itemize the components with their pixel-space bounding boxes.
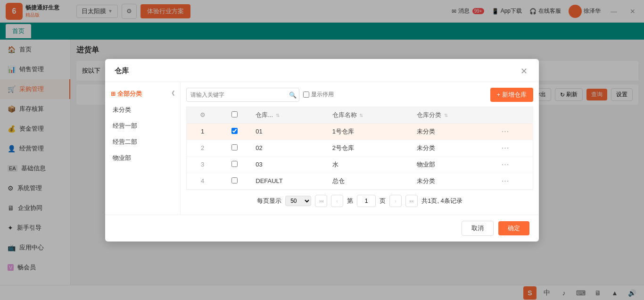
page-last-button[interactable]: ⏭	[405, 195, 418, 207]
table-header-checkbox	[218, 107, 251, 124]
row-more-button[interactable]: ···	[502, 127, 509, 135]
page-number-input[interactable]	[357, 195, 376, 207]
row-category-cell: 未分类	[412, 140, 496, 156]
modal-overlay: 仓库 ✕ ⊞ 全部分类 《 未分类 经营一部 经营二部 物业部	[0, 0, 644, 300]
row-select-checkbox[interactable]	[231, 177, 238, 183]
row-more-button[interactable]: ···	[502, 144, 509, 152]
warehouse-modal: 仓库 ✕ ⊞ 全部分类 《 未分类 经营一部 经营二部 物业部	[105, 59, 539, 242]
page-unit: 页	[380, 197, 386, 205]
show-disabled-label: 显示停用	[303, 91, 334, 99]
add-warehouse-button[interactable]: + 新增仓库	[490, 88, 533, 102]
row-name-cell: 总仓	[328, 173, 412, 189]
show-disabled-checkbox[interactable]	[303, 92, 309, 98]
pagination-summary: 共1页, 4条记录	[421, 197, 462, 205]
search-icon[interactable]: 🔍	[289, 91, 297, 98]
row-gear-cell: 1	[187, 123, 218, 140]
warehouse-table-wrap: ⚙ 仓库... ⇅ 仓库名称 ⇅ 仓库分类 ⇅	[186, 107, 533, 190]
modal-header: 仓库 ✕	[105, 59, 539, 82]
row-checkbox-cell[interactable]	[218, 123, 251, 140]
modal-confirm-button[interactable]: 确定	[498, 221, 529, 235]
table-row[interactable]: 3 03 水 物业部 ···	[187, 156, 533, 173]
page-prev-button[interactable]: ‹	[331, 195, 343, 207]
modal-toolbar: 🔍 显示停用 + 新增仓库	[186, 88, 533, 102]
modal-category-ops1[interactable]: 经营一部	[105, 118, 180, 134]
modal-category-ops2[interactable]: 经营二部	[105, 134, 180, 150]
table-header-actions	[497, 107, 533, 124]
row-checkbox-cell[interactable]	[218, 156, 251, 173]
sort-icon-code: ⇅	[276, 113, 280, 118]
table-header-code[interactable]: 仓库... ⇅	[251, 107, 328, 124]
table-row[interactable]: 2 02 2号仓库 未分类 ···	[187, 140, 533, 156]
modal-category-unclassified[interactable]: 未分类	[105, 102, 180, 118]
modal-cancel-button[interactable]: 取消	[462, 221, 494, 236]
row-category-cell: 物业部	[412, 156, 496, 173]
row-name-cell: 水	[328, 156, 412, 173]
modal-main-content: 🔍 显示停用 + 新增仓库 ⚙	[181, 82, 539, 215]
row-category-cell: 未分类	[412, 173, 496, 189]
page-next-button[interactable]: ›	[389, 195, 402, 207]
modal-title: 仓库	[115, 67, 129, 75]
row-more-cell[interactable]: ···	[497, 140, 533, 156]
row-select-checkbox[interactable]	[231, 161, 238, 167]
row-select-checkbox[interactable]	[231, 144, 238, 150]
table-row[interactable]: 4 DEFAULT 总仓 未分类 ···	[187, 173, 533, 189]
warehouse-search-input[interactable]	[186, 88, 299, 102]
sidebar-collapse-icon[interactable]: 《	[169, 90, 174, 98]
table-row[interactable]: 1 01 1号仓库 未分类 ···	[187, 123, 533, 140]
row-code-cell: 01	[251, 123, 328, 140]
row-select-checkbox[interactable]	[231, 128, 238, 134]
per-page-label: 每页显示	[257, 197, 281, 205]
row-code-cell: 02	[251, 140, 328, 156]
row-more-button[interactable]: ···	[502, 177, 509, 185]
modal-category-property[interactable]: 物业部	[105, 150, 180, 166]
row-checkbox-cell[interactable]	[218, 173, 251, 189]
row-checkbox-cell[interactable]	[218, 140, 251, 156]
row-more-cell[interactable]: ···	[497, 156, 533, 173]
table-header-category[interactable]: 仓库分类 ⇅	[412, 107, 496, 124]
table-header-gear[interactable]: ⚙	[187, 107, 218, 124]
row-gear-cell: 2	[187, 140, 218, 156]
modal-footer: 取消 确定	[105, 215, 539, 242]
modal-pagination: 每页显示 50 20 100 ⏮ ‹ 第 页 › ⏭ 共1页, 4条记录	[186, 190, 533, 209]
table-select-all-checkbox[interactable]	[231, 111, 238, 117]
row-code-cell: DEFAULT	[251, 173, 328, 189]
row-name-cell: 1号仓库	[328, 123, 412, 140]
per-page-select[interactable]: 50 20 100	[285, 196, 311, 206]
modal-category-sidebar: ⊞ 全部分类 《 未分类 经营一部 经营二部 物业部	[105, 82, 181, 215]
sort-icon-name: ⇅	[359, 113, 363, 118]
search-wrap: 🔍	[186, 88, 299, 102]
modal-body: ⊞ 全部分类 《 未分类 经营一部 经营二部 物业部 🔍	[105, 82, 539, 215]
sort-icon-category: ⇅	[444, 113, 448, 118]
row-code-cell: 03	[251, 156, 328, 173]
row-gear-cell: 3	[187, 156, 218, 173]
warehouse-table: ⚙ 仓库... ⇅ 仓库名称 ⇅ 仓库分类 ⇅	[187, 107, 533, 190]
modal-close-button[interactable]: ✕	[518, 66, 529, 77]
row-name-cell: 2号仓库	[328, 140, 412, 156]
row-more-button[interactable]: ···	[502, 160, 509, 168]
row-more-cell[interactable]: ···	[497, 173, 533, 189]
row-more-cell[interactable]: ···	[497, 123, 533, 140]
modal-all-category-header[interactable]: ⊞ 全部分类 《	[105, 86, 180, 102]
page-first-button[interactable]: ⏮	[315, 195, 327, 207]
row-category-cell: 未分类	[412, 123, 496, 140]
table-header-name[interactable]: 仓库名称 ⇅	[328, 107, 412, 124]
row-gear-cell: 4	[187, 173, 218, 189]
page-label: 第	[347, 197, 353, 205]
